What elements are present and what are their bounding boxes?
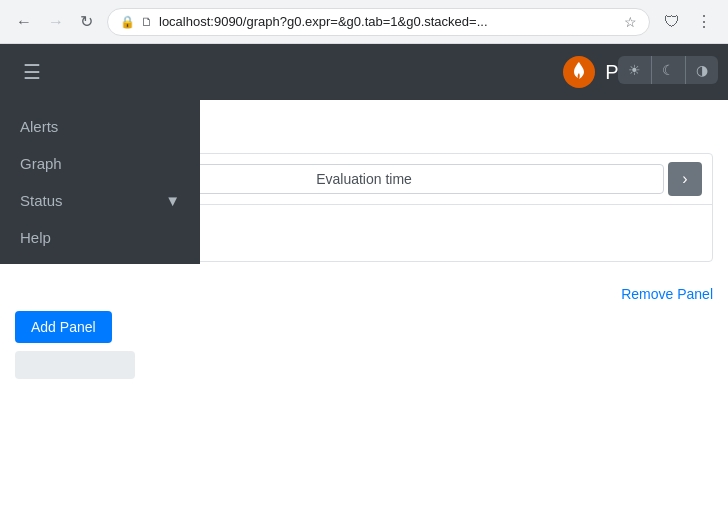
remove-panel-link[interactable]: Remove Panel: [621, 286, 713, 302]
nav-item-alerts[interactable]: Alerts: [0, 108, 200, 145]
nav-item-graph[interactable]: Graph: [0, 145, 200, 182]
prometheus-logo: [563, 56, 595, 88]
address-bar[interactable]: 🔒 🗋 localhost:9090/graph?g0.expr=&g0.tab…: [107, 8, 650, 36]
theme-auto-button[interactable]: ◑: [686, 56, 718, 84]
remove-panel-row: Remove Panel: [15, 277, 713, 311]
eval-next-button[interactable]: ›: [668, 162, 702, 196]
menu-icon[interactable]: ⋮: [690, 8, 718, 35]
shield-icon[interactable]: 🛡: [658, 8, 686, 35]
nav-dropdown: Alerts Graph Status ▼ Help: [0, 100, 200, 264]
bookmark-icon[interactable]: ☆: [624, 14, 637, 30]
back-button[interactable]: ←: [10, 8, 38, 35]
nav-item-status[interactable]: Status ▼: [0, 182, 200, 219]
theme-dark-button[interactable]: ☾: [652, 56, 686, 84]
flame-icon: [570, 62, 588, 82]
browser-nav-buttons: ← → ↻: [10, 8, 99, 35]
add-panel-button[interactable]: Add Panel: [15, 311, 112, 343]
nav-item-help[interactable]: Help: [0, 219, 200, 256]
browser-chrome: ← → ↻ 🔒 🗋 localhost:9090/graph?g0.expr=&…: [0, 0, 728, 44]
loading-bar: [15, 351, 135, 379]
lock-icon: 🔒: [120, 15, 135, 29]
page-icon: 🗋: [141, 15, 153, 29]
hamburger-button[interactable]: ☰: [15, 52, 49, 92]
status-chevron-icon: ▼: [165, 192, 180, 209]
reload-button[interactable]: ↻: [74, 8, 99, 35]
theme-buttons: ☀ ☾ ◑: [618, 56, 718, 84]
nav-item-status-label: Status: [20, 192, 63, 209]
browser-action-buttons: 🛡 ⋮: [658, 8, 718, 35]
url-text: localhost:9090/graph?g0.expr=&g0.tab=1&g…: [159, 14, 618, 29]
theme-light-button[interactable]: ☀: [618, 56, 652, 84]
forward-button[interactable]: →: [42, 8, 70, 35]
